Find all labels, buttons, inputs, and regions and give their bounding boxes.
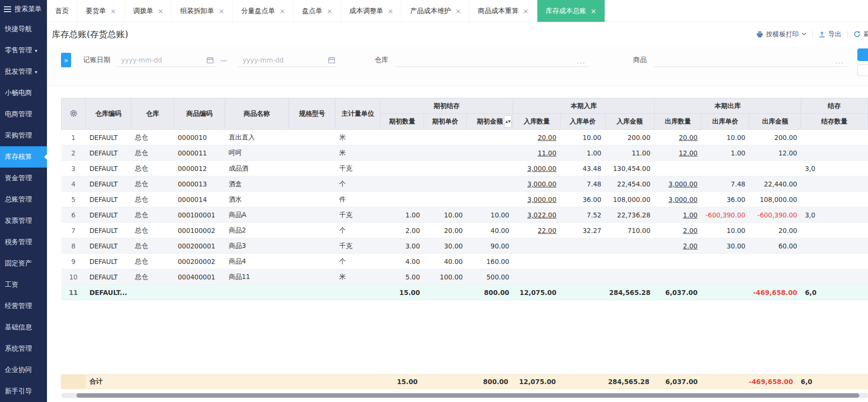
reset-button-cutoff[interactable] (857, 64, 868, 76)
tab[interactable]: 组装拆卸单× (172, 0, 233, 22)
tab[interactable]: 库存成本总账× (537, 0, 605, 22)
sidebar-item[interactable]: 采购管理 (0, 125, 47, 146)
table-row[interactable]: 1DEFAULT总仓0000010直出直入米20.0010.00200.0020… (61, 130, 868, 145)
export-button[interactable]: 导出 (819, 30, 841, 39)
sidebar-item[interactable]: 总账管理 (0, 189, 47, 210)
tab[interactable]: 商品成本重算× (470, 0, 537, 22)
date-from-input[interactable]: yyyy-mm-dd (116, 53, 215, 67)
col-header-opening-amount[interactable]: 期初金额 ▲▼ (467, 114, 513, 130)
close-tab-icon[interactable]: × (388, 8, 394, 15)
drill-down-link[interactable]: 12.00 (679, 149, 698, 157)
tab[interactable]: 产品成本维护× (402, 0, 470, 22)
refresh-button[interactable]: 刷新 (853, 30, 868, 39)
sidebar-item[interactable]: 电商管理 (0, 104, 47, 125)
col-header-product-code[interactable]: 商品编码 (174, 98, 225, 130)
col-header-product-name[interactable]: 商品名称 (225, 98, 289, 130)
tab[interactable]: 调拨单× (125, 0, 172, 22)
col-header-balance-qty[interactable]: 结存数量 (801, 114, 868, 130)
total-row[interactable]: 合计15.00800.0012,075.00284,565.286,037.00… (61, 375, 868, 389)
sidebar-item[interactable]: 税务管理 (0, 232, 47, 253)
table-row[interactable]: 9DEFAULT总仓000200002商品4个4.0040.00160.00 (61, 254, 868, 269)
sidebar-item[interactable]: 发票管理 (0, 210, 47, 232)
sidebar-item[interactable]: 经营管理 (0, 295, 47, 317)
query-button-cutoff[interactable] (857, 48, 868, 61)
sidebar-item[interactable]: 固定资产 (0, 253, 47, 274)
drill-down-link[interactable]: 20.00 (538, 134, 557, 141)
subtotal-row[interactable]: 11DEFAULT...15.00800.0012,075.00284,565.… (61, 285, 868, 300)
sidebar-item[interactable]: 基础信息 (0, 317, 47, 338)
col-header-unit[interactable]: 主计量单位 (335, 98, 381, 130)
table-row[interactable]: 3DEFAULT总仓0000012成品酒千克3,000.0043.48130,4… (61, 161, 868, 176)
table-row[interactable]: 8DEFAULT总仓000200001商品3千克3.0030.0090.002.… (61, 238, 868, 254)
sidebar-item[interactable]: 系统管理 (0, 338, 47, 359)
date-to-input[interactable]: yyyy-mm-dd (238, 53, 337, 67)
drill-down-link[interactable]: 2.00 (683, 227, 698, 234)
product-picker-button[interactable]: ... (836, 58, 844, 65)
warehouse-picker-button[interactable]: ... (577, 58, 586, 65)
sidebar-item[interactable]: 企业协同 (0, 359, 47, 381)
tab[interactable]: 盘点单× (294, 0, 341, 22)
col-header-out-qty[interactable]: 出库数量 (655, 114, 701, 130)
sidebar-item[interactable]: 零售管理▾ (0, 40, 47, 61)
close-tab-icon[interactable]: × (455, 8, 461, 15)
col-header-in-amount[interactable]: 入库金额 (605, 114, 654, 130)
sidebar-item[interactable]: 库存核算 (0, 146, 47, 168)
close-tab-icon[interactable]: × (218, 8, 224, 15)
close-tab-icon[interactable]: × (591, 8, 596, 15)
col-header-in-price[interactable]: 入库单价 (560, 114, 605, 130)
horizontal-scrollbar[interactable] (61, 393, 868, 398)
column-sort-spinner[interactable]: ▲▼ (504, 115, 512, 128)
col-header-opening-qty[interactable]: 期初数量 (381, 114, 424, 130)
close-tab-icon[interactable]: × (279, 8, 285, 15)
print-button[interactable]: 按横板打印 (756, 30, 807, 39)
sidebar-item[interactable]: 资金管理 (0, 168, 47, 189)
table-row[interactable]: 5DEFAULT总仓0000014酒水件3,000.0036.00108,000… (61, 192, 868, 207)
tab[interactable]: 要货单× (77, 0, 125, 22)
col-header-out-amount[interactable]: 出库金额 (749, 114, 801, 130)
drill-down-link[interactable]: 11.00 (538, 149, 557, 157)
drill-down-link[interactable]: 22.00 (538, 227, 557, 234)
col-header-warehouse[interactable]: 仓库 (131, 98, 174, 130)
close-tab-icon[interactable]: × (158, 8, 164, 15)
sidebar-item[interactable]: 新手引导 (0, 381, 47, 402)
col-header-spec[interactable]: 规格型号 (289, 98, 335, 130)
cell-out_amount: 12.00 (749, 145, 801, 161)
drill-down-link[interactable]: 3,000.00 (527, 180, 556, 188)
sidebar-item[interactable]: 批发管理▾ (0, 61, 47, 82)
column-settings-button[interactable] (61, 98, 86, 130)
refresh-button-label: 刷新 (864, 30, 868, 39)
tab[interactable]: 成本调整单× (341, 0, 402, 22)
tab[interactable]: 分量盘点单× (233, 0, 294, 22)
drill-down-link[interactable]: 3,000.00 (669, 180, 698, 188)
cell-balance (801, 130, 868, 145)
table-row[interactable]: 10DEFAULT总仓000400001商品11米5.00100.00500.0… (61, 269, 868, 285)
tab[interactable]: 首页 (47, 0, 77, 22)
col-header-opening-price[interactable]: 期初单价 (424, 114, 467, 130)
drill-down-link[interactable]: 3,000.00 (527, 196, 556, 203)
col-header-out-price[interactable]: 出库单价 (701, 114, 749, 130)
sidebar-item[interactable]: 小畅电商 (0, 82, 47, 104)
sidebar-item[interactable]: 快捷导航 (0, 18, 47, 40)
drill-down-link[interactable]: 3,022.00 (527, 211, 556, 219)
drill-down-link[interactable]: 20.00 (679, 134, 698, 141)
col-header-in-qty[interactable]: 入库数量 (513, 114, 560, 130)
scrollbar-thumb[interactable] (76, 393, 859, 398)
cell-opening_price (424, 285, 467, 300)
product-input[interactable]: ... (654, 53, 847, 67)
drill-down-link[interactable]: 3,000.00 (669, 196, 698, 203)
collapse-filter-button[interactable]: » (61, 53, 71, 67)
table-row[interactable]: 6DEFAULT总仓000100001商品A千克1.0010.0010.003,… (61, 207, 868, 223)
sidebar-search-menu[interactable]: 搜索菜单 (0, 0, 47, 18)
close-tab-icon[interactable]: × (327, 8, 333, 15)
close-tab-icon[interactable]: × (523, 8, 529, 15)
close-tab-icon[interactable]: × (110, 8, 116, 15)
drill-down-link[interactable]: 3,000.00 (527, 165, 556, 172)
table-row[interactable]: 2DEFAULT总仓0000011呵呵米11.001.0011.0012.001… (61, 145, 868, 161)
table-row[interactable]: 4DEFAULT总仓0000013酒盒个3,000.007.4822,454.0… (61, 176, 868, 192)
drill-down-link[interactable]: 1.00 (683, 211, 698, 219)
col-header-warehouse-code[interactable]: 仓库编码 (86, 98, 131, 130)
warehouse-input[interactable]: ... (395, 53, 589, 67)
sidebar-item[interactable]: 工资 (0, 274, 47, 295)
drill-down-link[interactable]: 2.00 (683, 242, 698, 250)
table-row[interactable]: 7DEFAULT总仓000100002商品2个2.0020.0040.0022.… (61, 223, 868, 238)
